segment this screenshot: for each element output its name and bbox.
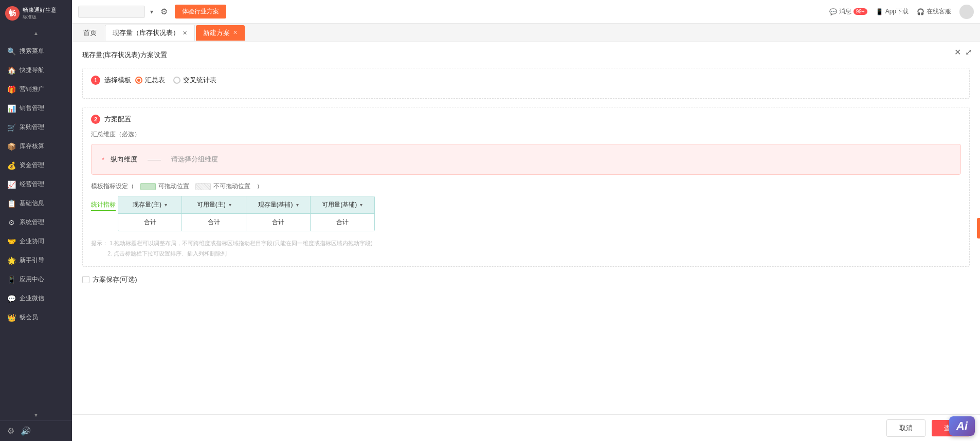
section1-header: 1 选择模板 汇总表 交叉统计表 (91, 76, 961, 85)
purchase-icon: 🛒 (7, 123, 15, 132)
radio-summary-circle (135, 77, 142, 84)
sidebar-item-enterprise-wechat[interactable]: 💬 企业微信 (0, 289, 72, 308)
tabbar: 首页 现存量（库存状况表） ✕ 新建方案 ✕ (72, 24, 980, 42)
sidebar-item-label: 新手引导 (20, 256, 44, 265)
draggable-indicator: 可拖动位置 (140, 182, 189, 191)
ai-badge[interactable]: Ai (949, 416, 975, 436)
stats-col-3: 可用量(基辅) ▾ (311, 196, 374, 213)
section-plan-config: 2 方案配置 汇总维度（必选） * 纵向维度 —— 请选择分组维度 模板指标设定… (82, 107, 970, 267)
sidebar-scroll-top[interactable]: ▲ (0, 27, 72, 39)
sidebar-item-label: 销售管理 (20, 104, 44, 113)
dropdown-arrow-icon: ▾ (150, 8, 153, 15)
sidebar-item-inventory[interactable]: 📦 库存核算 (0, 137, 72, 156)
non-draggable-label: 不可拖动位置 (213, 182, 250, 191)
sidebar-item-enterprise[interactable]: 🤝 企业协同 (0, 232, 72, 251)
topbar-search-input[interactable] (78, 6, 145, 18)
scroll-down-btn[interactable]: ▼ (31, 411, 41, 418)
sound-icon[interactable]: 🔊 (21, 426, 31, 436)
sidebar-item-sales[interactable]: 📊 销售管理 (0, 99, 72, 118)
online-service-icon: 🎧 (917, 8, 924, 15)
topbar-online-service[interactable]: 🎧 在线客服 (917, 7, 951, 16)
tab-inventory-status[interactable]: 现存量（库存状况表） ✕ (105, 25, 195, 41)
topbar-avatar[interactable] (959, 5, 974, 19)
sidebar-item-basic-info[interactable]: 📋 基础信息 (0, 194, 72, 213)
stats-col-2-header[interactable]: 现存量(基辅) ▾ (246, 196, 310, 213)
section2-header: 2 方案配置 (91, 115, 961, 124)
required-dim-area[interactable]: * 纵向维度 —— 请选择分组维度 (91, 144, 961, 175)
logo-icon: 畅 (5, 6, 20, 21)
sidebar-item-label: 采购管理 (20, 123, 44, 132)
stats-body-3-cell: 合计 (311, 213, 374, 231)
stats-col-0-header[interactable]: 现存量(主) ▾ (118, 196, 182, 213)
topbar: ▾ ⚙ 体验行业方案 💬 消息 99+ 📱 App下载 🎧 在线客服 (72, 0, 980, 24)
sidebar-item-member[interactable]: 👑 畅会员 (0, 308, 72, 327)
topbar-dropdown-btn[interactable]: ▾ (150, 8, 153, 15)
sidebar: 畅 畅康通好生意 标准版 ▲ 🔍 搜索菜单 🏠 快捷导航 🎁 营销推广 📊 销售… (0, 0, 72, 441)
stats-body-col-2: 合计 (246, 213, 311, 231)
app-center-icon: 📱 (7, 275, 15, 284)
tips-line-0: 1.拖动标题栏可以调整布局，不可跨维度或指标区域拖动栏目字段(只能在同一维度或指… (110, 240, 373, 246)
save-row[interactable]: 方案保存(可选) (82, 275, 970, 284)
sidebar-nav: 🔍 搜索菜单 🏠 快捷导航 🎁 营销推广 📊 销售管理 🛒 采购管理 📦 库存核… (0, 39, 72, 409)
sidebar-scroll-bottom[interactable]: ▼ (0, 409, 72, 420)
dim-placeholder: 请选择分组维度 (171, 155, 218, 164)
stats-body-2-cell: 合计 (246, 213, 310, 231)
stats-col-3-header[interactable]: 可用量(基辅) ▾ (311, 196, 374, 213)
sidebar-item-marketing[interactable]: 🎁 营销推广 (0, 80, 72, 99)
scroll-up-btn[interactable]: ▲ (31, 29, 41, 36)
tab-inventory-close-icon[interactable]: ✕ (183, 30, 187, 36)
topbar-message-item[interactable]: 💬 消息 99+ (829, 7, 867, 16)
col-1-dropdown-icon[interactable]: ▾ (229, 202, 231, 208)
stats-table-header: 现存量(主) ▾ 可用量(主) ▾ 现存量(基辅 (118, 196, 374, 213)
tips-section: 提示： 1.拖动标题栏可以调整布局，不可跨维度或指标区域拖动栏目字段(只能在同一… (91, 238, 961, 259)
sidebar-item-search-menu[interactable]: 🔍 搜索菜单 (0, 42, 72, 61)
tab-new-plan-close-icon[interactable]: ✕ (233, 29, 238, 36)
main-area: ▾ ⚙ 体验行业方案 💬 消息 99+ 📱 App下载 🎧 在线客服 首页 (72, 0, 980, 441)
required-star: * (102, 156, 104, 163)
stats-body-col-1: 合计 (182, 213, 246, 231)
sidebar-item-app-center[interactable]: 📱 应用中心 (0, 270, 72, 289)
inventory-icon: 📦 (7, 142, 15, 151)
enterprise-wechat-icon: 💬 (7, 295, 15, 303)
topbar-app-download[interactable]: 📱 App下载 (876, 7, 909, 16)
app-logo: 畅 畅康通好生意 标准版 (0, 0, 72, 27)
sidebar-item-purchase[interactable]: 🛒 采购管理 (0, 118, 72, 137)
settings-icon[interactable]: ⚙ (7, 426, 14, 436)
col-2-dropdown-icon[interactable]: ▾ (296, 202, 299, 208)
topbar-right: 💬 消息 99+ 📱 App下载 🎧 在线客服 (829, 5, 974, 19)
app-download-label: App下载 (885, 7, 909, 16)
quick-nav-icon: 🏠 (7, 66, 15, 75)
finance-icon: 💰 (7, 161, 15, 170)
save-label: 方案保存(可选) (93, 275, 137, 284)
radio-crosstab[interactable]: 交叉统计表 (173, 76, 216, 85)
col-0-dropdown-icon[interactable]: ▾ (165, 202, 167, 208)
right-edge-tab[interactable] (977, 218, 980, 238)
message-badge: 99+ (854, 8, 867, 15)
stats-col-3-label: 可用量(基辅) (322, 200, 357, 209)
radio-summary[interactable]: 汇总表 (135, 76, 165, 85)
content-area: ✕ ⤢ 现存量(库存状况表)方案设置 1 选择模板 汇总表 交叉统计表 (72, 42, 980, 414)
sidebar-item-label: 营销推广 (20, 85, 44, 94)
stats-section: 统计指标 现存量(主) ▾ 可用量(主) ▾ (91, 196, 961, 231)
sidebar-item-finance[interactable]: 💰 资金管理 (0, 156, 72, 175)
save-checkbox[interactable] (82, 276, 89, 283)
message-icon: 💬 (829, 8, 837, 15)
cancel-button[interactable]: 取消 (886, 419, 925, 437)
expand-icon[interactable]: ⤢ (965, 47, 972, 57)
sidebar-item-quick-nav[interactable]: 🏠 快捷导航 (0, 61, 72, 80)
close-icon[interactable]: ✕ (954, 47, 961, 57)
tab-home[interactable]: 首页 (76, 25, 104, 41)
trial-btn[interactable]: 体验行业方案 (175, 5, 226, 19)
app-name: 畅康通好生意 (23, 6, 57, 14)
tab-new-plan[interactable]: 新建方案 ✕ (196, 25, 245, 41)
stats-col-2: 现存量(基辅) ▾ (246, 196, 311, 213)
sidebar-item-operations[interactable]: 📈 经营管理 (0, 175, 72, 194)
stats-col-1-header[interactable]: 可用量(主) ▾ (182, 196, 246, 213)
sidebar-item-new-guide[interactable]: 🌟 新手引导 (0, 251, 72, 270)
topbar-gear-icon[interactable]: ⚙ (160, 7, 168, 16)
col-3-dropdown-icon[interactable]: ▾ (360, 202, 362, 208)
sidebar-item-system[interactable]: ⚙ 系统管理 (0, 213, 72, 232)
sidebar-item-label: 经营管理 (20, 180, 44, 189)
sidebar-item-label: 应用中心 (20, 275, 44, 284)
stats-table: 现存量(主) ▾ 可用量(主) ▾ 现存量(基辅 (118, 196, 375, 231)
